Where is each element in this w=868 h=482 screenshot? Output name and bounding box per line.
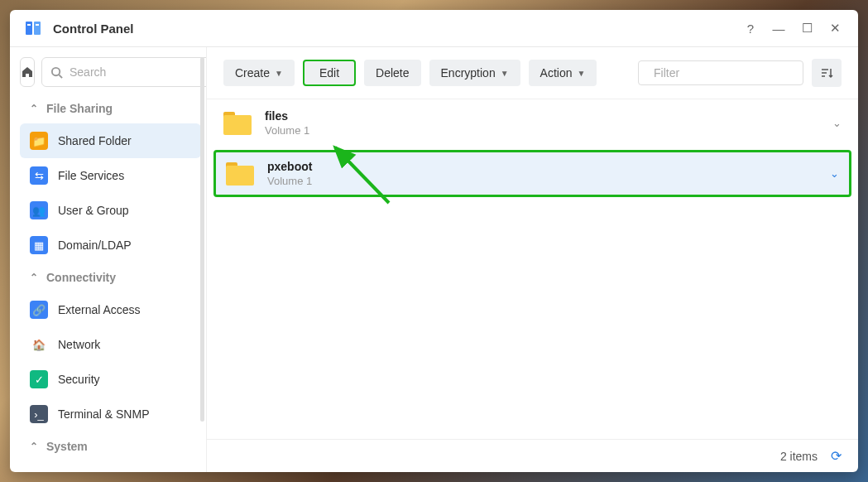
sidebar-item-terminal-snmp[interactable]: ›_ Terminal & SNMP bbox=[20, 397, 201, 431]
caret-down-icon: ▼ bbox=[501, 69, 509, 78]
network-icon: 🏠 bbox=[30, 335, 48, 354]
sidebar-item-file-services[interactable]: ⇆ File Services bbox=[20, 158, 201, 193]
search-icon bbox=[50, 66, 63, 79]
main-panel: Create▼ Edit Delete Encryption▼ Action▼ bbox=[207, 47, 858, 472]
search-input[interactable] bbox=[70, 65, 207, 79]
folder-name: files bbox=[265, 109, 309, 123]
folder-row-selected[interactable]: pxeboot Volume 1 ⌄ bbox=[213, 150, 851, 197]
svg-rect-0 bbox=[26, 22, 32, 35]
svg-rect-1 bbox=[34, 22, 41, 35]
link-icon: 🔗 bbox=[30, 301, 48, 319]
titlebar: Control Panel ? — ☐ ✕ bbox=[10, 10, 858, 47]
window-title: Control Panel bbox=[53, 22, 732, 36]
svg-rect-3 bbox=[36, 24, 39, 26]
encryption-button[interactable]: Encryption▼ bbox=[429, 60, 520, 86]
folder-volume: Volume 1 bbox=[267, 175, 312, 187]
sidebar-item-network[interactable]: 🏠 Network bbox=[20, 327, 201, 362]
sidebar-item-security[interactable]: ✓ Security bbox=[20, 362, 201, 397]
help-button[interactable]: ? bbox=[741, 18, 760, 38]
filter-box[interactable] bbox=[638, 60, 803, 85]
refresh-button[interactable]: ⟳ bbox=[831, 448, 842, 464]
minimize-button[interactable]: — bbox=[769, 18, 789, 38]
filter-input[interactable] bbox=[654, 66, 798, 80]
svg-line-5 bbox=[59, 75, 62, 78]
sidebar-item-external-access[interactable]: 🔗 External Access bbox=[20, 292, 201, 327]
section-connectivity[interactable]: ⌃ Connectivity bbox=[20, 263, 201, 292]
domain-icon: ▦ bbox=[30, 236, 48, 254]
folder-icon: 📁 bbox=[30, 132, 48, 150]
folder-icon bbox=[223, 112, 252, 135]
sidebar: ⌃ File Sharing 📁 Shared Folder ⇆ File Se… bbox=[10, 47, 207, 472]
search-box[interactable] bbox=[41, 57, 207, 87]
chevron-up-icon: ⌃ bbox=[30, 272, 38, 283]
edit-button[interactable]: Edit bbox=[303, 60, 356, 86]
folder-name: pxeboot bbox=[267, 160, 312, 173]
file-services-icon: ⇆ bbox=[30, 166, 48, 185]
item-count: 2 items bbox=[780, 450, 818, 463]
folder-volume: Volume 1 bbox=[265, 124, 309, 137]
folder-list: files Volume 1 ⌄ pxeboot Volume 1 ⌄ bbox=[207, 99, 858, 439]
terminal-icon: ›_ bbox=[30, 405, 48, 423]
svg-rect-2 bbox=[27, 24, 31, 26]
chevron-down-icon[interactable]: ⌄ bbox=[832, 117, 842, 129]
sidebar-item-shared-folder[interactable]: 📁 Shared Folder bbox=[20, 123, 201, 158]
chevron-up-icon: ⌃ bbox=[30, 441, 38, 452]
create-button[interactable]: Create▼ bbox=[223, 60, 295, 86]
sort-button[interactable] bbox=[812, 59, 842, 87]
section-system[interactable]: ⌃ System bbox=[20, 431, 201, 461]
sort-icon bbox=[820, 66, 833, 80]
maximize-button[interactable]: ☐ bbox=[797, 18, 817, 38]
chevron-up-icon: ⌃ bbox=[30, 103, 38, 114]
delete-button[interactable]: Delete bbox=[364, 60, 420, 86]
control-panel-window: Control Panel ? — ☐ ✕ ⌃ File Sharing 📁 bbox=[10, 10, 858, 472]
section-file-sharing[interactable]: ⌃ File Sharing bbox=[20, 94, 201, 123]
caret-down-icon: ▼ bbox=[275, 69, 283, 78]
chevron-down-icon[interactable]: ⌄ bbox=[830, 167, 839, 180]
folder-icon bbox=[226, 162, 254, 186]
close-button[interactable]: ✕ bbox=[825, 18, 845, 38]
svg-point-4 bbox=[52, 67, 60, 75]
app-icon bbox=[23, 18, 43, 38]
folder-row[interactable]: files Volume 1 ⌄ bbox=[207, 99, 858, 147]
users-icon: 👥 bbox=[30, 201, 48, 219]
home-button[interactable] bbox=[20, 57, 35, 87]
action-button[interactable]: Action▼ bbox=[529, 60, 597, 86]
status-bar: 2 items ⟳ bbox=[207, 439, 858, 472]
shield-icon: ✓ bbox=[30, 370, 48, 388]
toolbar: Create▼ Edit Delete Encryption▼ Action▼ bbox=[207, 47, 858, 99]
sidebar-item-domain-ldap[interactable]: ▦ Domain/LDAP bbox=[20, 228, 201, 263]
sidebar-item-user-group[interactable]: 👥 User & Group bbox=[20, 193, 201, 228]
caret-down-icon: ▼ bbox=[578, 69, 586, 78]
window-body: ⌃ File Sharing 📁 Shared Folder ⇆ File Se… bbox=[10, 47, 858, 472]
